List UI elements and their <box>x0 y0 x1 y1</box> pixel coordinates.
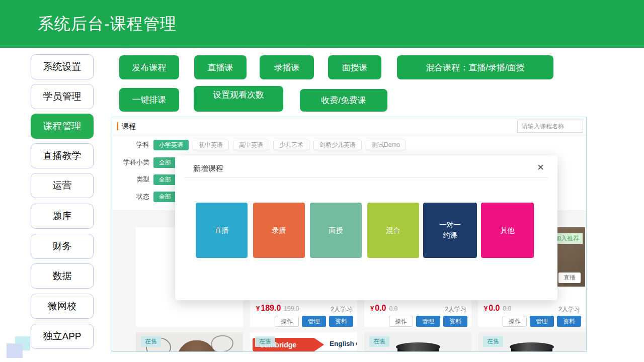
operate-button[interactable]: 操作 <box>275 316 299 327</box>
course-card[interactable]: 在售 <box>364 332 471 352</box>
sidebar-item-system-settings[interactable]: 系统设置 <box>31 54 94 79</box>
material-button[interactable]: 资料 <box>557 316 581 327</box>
course-search-input[interactable] <box>517 120 583 133</box>
course-card[interactable]: Cambridge English Qualifications 在售 <box>250 332 357 352</box>
course-type-offline[interactable]: 面授 <box>310 203 362 258</box>
original-price: 0.0 <box>389 305 397 312</box>
original-price: 0.0 <box>503 305 511 312</box>
course-card[interactable]: 在售 <box>136 332 243 352</box>
original-price: 199.0 <box>284 305 299 312</box>
price-row: ¥0.00.0 2人学习 <box>370 304 466 314</box>
paid-free-course-button[interactable]: 收费/免费课 <box>300 89 387 112</box>
manage-button[interactable]: 管理 <box>530 316 554 327</box>
panel-accent-bar <box>117 122 118 130</box>
decorative-square-lavender <box>7 343 23 358</box>
live-course-button[interactable]: 直播课 <box>194 55 247 79</box>
close-icon[interactable]: ✕ <box>537 162 544 173</box>
new-course-modal: 新增课程 ✕ 直播 录播 面授 混合 一对一 约课 其他 <box>175 155 557 300</box>
recorded-course-button[interactable]: 录播课 <box>260 55 314 79</box>
price-row: ¥0.00.0 2人学习 <box>484 304 580 314</box>
price-row: ¥189.0199.0 2人学习 <box>256 304 352 314</box>
sidebar-item-question-bank[interactable]: 题库 <box>31 204 94 229</box>
modal-divider <box>184 177 548 178</box>
currency-symbol: ¥ <box>370 305 374 312</box>
sidebar-item-operations[interactable]: 运营 <box>31 173 94 198</box>
course-type-mixed[interactable]: 混合 <box>367 203 419 258</box>
filter-tag-senior-english[interactable]: 高中英语 <box>233 140 269 150</box>
on-sale-badge: 在售 <box>141 336 161 347</box>
course-type-badge: 直播 <box>558 273 581 283</box>
app-header: 系统后台-课程管理 <box>0 0 644 48</box>
filter-tag-children-art[interactable]: 少儿艺术 <box>273 140 309 150</box>
manage-button[interactable]: 管理 <box>302 316 326 327</box>
mixed-course-button[interactable]: 混合课程：直播/录播/面授 <box>397 55 553 79</box>
card-actions: 操作 管理 资料 <box>503 316 581 327</box>
course-price: 0.0 <box>489 304 500 312</box>
object-photo-graphic <box>396 342 440 351</box>
course-type-recorded[interactable]: 录播 <box>253 203 305 258</box>
operate-button[interactable]: 操作 <box>503 316 527 327</box>
sidebar-item-finance[interactable]: 财务 <box>31 234 94 259</box>
sidebar-item-micro-school[interactable]: 微网校 <box>31 294 94 319</box>
filter-tag-subcategory-all[interactable]: 全部 <box>153 157 177 168</box>
page-title: 系统后台-课程管理 <box>38 0 177 48</box>
manage-button[interactable]: 管理 <box>416 316 440 327</box>
filter-tag-status-all[interactable]: 全部 <box>153 192 177 202</box>
sketch-doodle <box>211 335 233 352</box>
offline-course-button[interactable]: 面授课 <box>328 55 381 79</box>
brand-text: English Qualifications <box>330 340 357 347</box>
one-click-schedule-button[interactable]: 一键排课 <box>119 88 179 112</box>
filter-label-subject: 学科 <box>112 140 149 149</box>
sidebar-item-student-management[interactable]: 学员管理 <box>31 84 94 109</box>
course-price: 189.0 <box>261 304 281 312</box>
course-card[interactable]: 在售 <box>478 332 585 352</box>
filter-row-subcategory: 学科小类 全部 <box>112 157 177 168</box>
filter-tag-primary-english[interactable]: 小学英语 <box>153 140 189 150</box>
course-type-live[interactable]: 直播 <box>196 203 248 258</box>
card-actions: 操作 管理 资料 <box>389 316 467 327</box>
object-photo-graphic <box>510 342 554 351</box>
students-count: 2人学习 <box>331 305 352 314</box>
panel-header: 课程 <box>112 117 586 135</box>
filter-row-subject: 学科 小学英语 初中英语 高中英语 少儿艺术 剑桥少儿英语 测试Demo <box>112 139 406 150</box>
sidebar-item-data[interactable]: 数据 <box>31 263 94 289</box>
card-actions: 操作 管理 资料 <box>275 316 353 327</box>
currency-symbol: ¥ <box>484 305 488 312</box>
page: 系统后台-课程管理 系统设置 学员管理 课程管理 直播教学 运营 题库 财务 数… <box>0 0 644 362</box>
sidebar-item-live-teaching[interactable]: 直播教学 <box>31 143 94 168</box>
filter-row-status: 状态 全部 <box>112 191 177 202</box>
material-button[interactable]: 资料 <box>329 316 353 327</box>
filter-tag-junior-english[interactable]: 初中英语 <box>193 140 229 150</box>
filter-label-subcategory: 学科小类 <box>112 158 149 167</box>
course-type-one-on-one[interactable]: 一对一 约课 <box>423 203 477 258</box>
filter-tag-cambridge-english[interactable]: 剑桥少儿英语 <box>313 140 362 150</box>
students-count: 2人学习 <box>558 305 580 314</box>
filter-label-type: 类型 <box>112 175 149 184</box>
modal-title: 新增课程 <box>193 164 223 173</box>
filter-tag-test-demo[interactable]: 测试Demo <box>366 140 406 150</box>
students-count: 2人学习 <box>445 305 466 314</box>
sidebar-item-standalone-app[interactable]: 独立APP <box>31 324 94 349</box>
publish-course-button[interactable]: 发布课程 <box>119 55 179 79</box>
on-sale-badge: 在售 <box>255 336 275 347</box>
on-sale-badge: 在售 <box>483 336 503 347</box>
sidebar-item-course-management[interactable]: 课程管理 <box>31 114 94 139</box>
filter-row-type: 类型 全部 <box>112 174 177 185</box>
filter-tag-type-all[interactable]: 全部 <box>153 174 177 185</box>
on-sale-badge: 在售 <box>369 336 389 347</box>
set-view-count-button[interactable]: 设置观看次数 <box>194 86 283 112</box>
course-type-other[interactable]: 其他 <box>481 203 534 258</box>
panel-title: 课程 <box>122 117 136 135</box>
course-price: 0.0 <box>375 304 386 312</box>
operate-button[interactable]: 操作 <box>389 316 413 327</box>
currency-symbol: ¥ <box>256 305 260 312</box>
material-button[interactable]: 资料 <box>443 316 467 327</box>
filter-label-status: 状态 <box>112 192 149 201</box>
